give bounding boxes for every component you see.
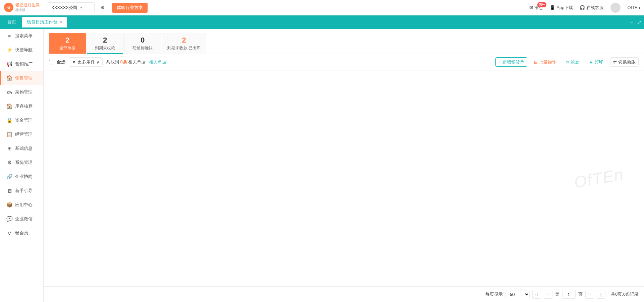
support-icon: 🎧	[580, 5, 585, 10]
total-text: 共0页,0条记录	[611, 291, 639, 297]
user-name: OfTEn	[627, 5, 640, 10]
tab-bar: 首页 钱货日清工作台 ✕ － ⤢	[0, 15, 644, 29]
sidebar-item-marketing[interactable]: 📢 营销推广	[0, 57, 43, 71]
pagination-bar: 每页显示 50 10 20 100 ⟨⟨ ＜ 第 页 ＞ ⟩⟩ 共0页,0条记录	[44, 286, 644, 302]
refresh-label: 刷新	[571, 59, 580, 65]
add-icon: +	[498, 60, 501, 65]
sidebar-item-member[interactable]: V 畅会员	[0, 226, 43, 240]
stat-tab-all[interactable]: 2 全部单据	[49, 33, 86, 54]
tab-home[interactable]: 首页	[3, 17, 21, 27]
related-link[interactable]: 相关单据	[149, 59, 166, 65]
stat-tab-overdue[interactable]: 2 到期未收款	[87, 33, 123, 54]
toolbar-left: 全选 ▼ 更多条件 ∨ 共找到 0条 相关单据 相关单据	[49, 57, 491, 67]
inventory-icon: 🏠	[6, 103, 12, 109]
stat-tab-shipped[interactable]: 2 到期未收款 已出库	[162, 33, 206, 54]
app-download-label: App下载	[556, 5, 573, 11]
stat-all-label: 全部单据	[55, 45, 80, 51]
prev-page-button[interactable]: ＜	[544, 290, 552, 299]
sidebar-guide-label: 新手引导	[15, 188, 33, 194]
add-order-button[interactable]: + 新增销货单	[495, 57, 527, 67]
settings-button[interactable]: ⚙	[97, 2, 108, 13]
sidebar-item-sales[interactable]: 🏠 销售管理	[0, 71, 43, 85]
sidebar-item-navigation[interactable]: ⚡ 快捷导航	[0, 43, 43, 57]
messages-button[interactable]: ✉ 消息 99+	[529, 5, 543, 11]
wechat-icon: 💬	[6, 216, 12, 222]
select-all-label: 全选	[57, 59, 65, 65]
sidebar-item-basic-info[interactable]: ⊞ 基础信息	[0, 141, 43, 156]
message-icon: ✉	[529, 5, 533, 10]
purchase-icon: 🛍	[6, 89, 12, 95]
sidebar-finance-label: 资金管理	[15, 117, 33, 123]
found-suffix: 相关单据	[128, 59, 146, 64]
stat-wangpu-label: 旺铺待确认	[130, 45, 155, 51]
sidebar-item-app-center[interactable]: 📦 应用中心	[0, 198, 43, 212]
found-prefix: 共找到	[106, 59, 119, 64]
batch-label: 批量操作	[539, 59, 556, 65]
stats-tabs: 2 全部单据 2 到期未收款 0 旺铺待确认 2 到期未收款 已出库	[44, 29, 644, 54]
page-prefix-label: 第	[555, 291, 559, 297]
sidebar-item-wechat[interactable]: 💬 企业微信	[0, 212, 43, 226]
sidebar-item-purchase[interactable]: 🛍 采购管理	[0, 85, 43, 99]
sidebar-item-finance[interactable]: 🔒 资金管理	[0, 113, 43, 127]
logo-area: 6 畅捷通好生意 标准版	[4, 3, 48, 12]
online-support-button[interactable]: 🎧 在线客服	[580, 5, 604, 11]
tab-minimize-icon[interactable]: －	[629, 19, 634, 26]
mobile-icon: 📱	[550, 5, 555, 10]
refresh-button[interactable]: ↻ 刷新	[563, 58, 582, 66]
finance-icon: 🔒	[6, 117, 12, 123]
tab-close-icon[interactable]: ✕	[59, 20, 62, 24]
filter-button[interactable]: ▼ 更多条件 ∨	[69, 57, 103, 67]
sidebar-item-operations[interactable]: 📋 经营管理	[0, 127, 43, 141]
experience-button[interactable]: 体验行业方案	[112, 3, 148, 13]
sidebar-item-system[interactable]: ⚙ 系统管理	[0, 156, 43, 170]
sidebar-item-search[interactable]: ≡ 搜索菜单	[0, 29, 43, 43]
app-center-icon: 📦	[6, 202, 12, 208]
refresh-icon: ↻	[566, 60, 570, 65]
tab-expand-icon[interactable]: ⤢	[637, 19, 641, 25]
sidebar-enterprise-label: 企业协同	[15, 174, 33, 180]
print-label: 打印	[595, 59, 603, 65]
next-page-button[interactable]: ＞	[585, 290, 594, 299]
sidebar-sales-label: 销售管理	[15, 75, 33, 81]
page-number-input[interactable]	[562, 290, 576, 299]
messages-badge: 99+	[537, 2, 546, 7]
sidebar-inventory-label: 库存核算	[15, 103, 33, 109]
sidebar-app-center-label: 应用中心	[15, 202, 33, 208]
tab-right-actions: － ⤢	[629, 19, 641, 26]
top-header: 6 畅捷通好生意 标准版 XXXXXX公司 ▼ ⚙ 体验行业方案 ✉ 消息 99…	[0, 0, 644, 15]
main-layout: ≡ 搜索菜单 ⚡ 快捷导航 📢 营销推广 🏠 销售管理 🛍 采购管理 🏠 库存核…	[0, 29, 644, 302]
sidebar-basic-info-label: 基础信息	[15, 145, 33, 152]
filter-icon: ▼	[72, 60, 76, 65]
company-selector[interactable]: XXXXXX公司 ▼	[48, 2, 95, 13]
sidebar-member-label: 畅会员	[15, 230, 28, 236]
print-button[interactable]: 🖨 打印	[586, 58, 606, 66]
add-order-label: 新增销货单	[502, 59, 524, 65]
chevron-down-icon: ▼	[79, 6, 83, 9]
marketing-icon: 📢	[6, 61, 12, 67]
select-all-checkbox[interactable]	[49, 60, 53, 64]
tab-work-bench[interactable]: 钱货日清工作台 ✕	[22, 17, 67, 27]
per-page-label: 每页显示	[485, 291, 503, 297]
sidebar-system-label: 系统管理	[15, 160, 33, 166]
sidebar-item-enterprise[interactable]: 🔗 企业协同	[0, 170, 43, 184]
batch-operation-button[interactable]: ⊞ 批量操作	[531, 58, 559, 66]
sidebar-item-guide[interactable]: 🖥 新手引导	[0, 184, 43, 198]
print-icon: 🖨	[589, 60, 593, 65]
stat-tab-wangpu[interactable]: 0 旺铺待确认	[124, 33, 161, 54]
per-page-select[interactable]: 50 10 20 100	[505, 291, 530, 298]
switch-version-button[interactable]: ⇄ 切换新版	[610, 57, 639, 67]
switch-label: 切换新版	[618, 59, 636, 65]
company-name: XXXXXX公司	[51, 5, 77, 11]
tab-home-label: 首页	[7, 19, 16, 25]
page-suffix-label: 页	[578, 291, 583, 297]
app-download-button[interactable]: 📱 App下载	[550, 5, 573, 11]
first-page-button[interactable]: ⟨⟨	[532, 290, 541, 299]
sidebar-item-inventory[interactable]: 🏠 库存核算	[0, 99, 43, 113]
stat-all-num: 2	[55, 36, 80, 45]
gear-icon: ⚙	[101, 5, 105, 10]
basic-info-icon: ⊞	[6, 145, 12, 152]
watermark-text: OfTEn	[573, 165, 625, 192]
filter-label: 更多条件	[77, 59, 95, 65]
avatar[interactable]	[610, 3, 621, 13]
last-page-button[interactable]: ⟩⟩	[597, 290, 605, 299]
